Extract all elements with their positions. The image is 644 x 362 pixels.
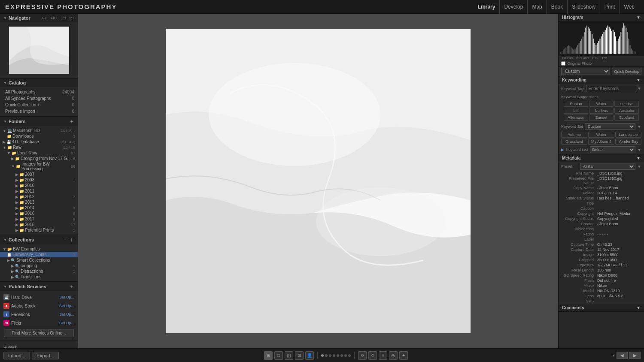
keyword-tag-sunset[interactable]: Sunset	[589, 115, 614, 121]
view-survey-button[interactable]: ⊡	[295, 351, 304, 360]
rotate-right-button[interactable]: ↻	[368, 351, 377, 360]
view-grid-button[interactable]: ⊞	[264, 351, 273, 360]
catalog-quick-collection[interactable]: Quick Collection + 0	[0, 102, 78, 108]
keyword-tags-input[interactable]	[586, 85, 636, 92]
meta-cropped-size: Cropped 3500 x 3500	[559, 257, 644, 262]
collection-cropping[interactable]: ▶ 🔍 cropping 0	[0, 263, 78, 268]
catalog-previous-import[interactable]: Previous Import 0	[0, 108, 78, 115]
collection-transitions[interactable]: ▶ 🔍 Transitions	[0, 274, 78, 280]
keyword-set-tag-landscape[interactable]: Landscape	[615, 132, 641, 138]
collection-smart-collections[interactable]: ▶ 🔍 Smart Collections	[0, 257, 78, 263]
import-button[interactable]: Import...	[3, 352, 30, 359]
add-publish-service-button[interactable]: +	[69, 284, 74, 290]
navigator-header[interactable]: ▼ Navigator FIT FILL 1:1 1:1	[0, 14, 78, 22]
histogram-header[interactable]: Histogram ▼	[559, 14, 644, 21]
keyword-set-tag-yonder[interactable]: Yonder Bay	[615, 139, 641, 145]
nav-item-book[interactable]: Book	[547, 0, 568, 14]
view-compare-button[interactable]: ◫	[285, 351, 293, 360]
export-button[interactable]: Export...	[32, 352, 59, 359]
folder-downloads[interactable]: 📁 Downloads 3	[0, 133, 78, 139]
folder-2012[interactable]: ▶ 📁 2012 2	[0, 194, 78, 199]
collections-content: ▼ 📂 BW Examples 📋 Luminosity_Contr... 3 …	[0, 244, 78, 281]
keyword-tag-australia[interactable]: Australia	[614, 108, 639, 114]
folder-2017[interactable]: ▶ 📁 2017 9	[0, 216, 78, 222]
keyword-tag-nolens[interactable]: No lens	[589, 108, 614, 114]
nav-item-print[interactable]: Print	[600, 0, 620, 14]
original-photo-checkbox[interactable]	[561, 61, 565, 66]
folder-local-raw[interactable]: ▼ 📁 Local Raw 87	[0, 150, 78, 156]
nav-item-web[interactable]: Web	[620, 0, 639, 14]
expand-keyword-list[interactable]: ▶	[561, 148, 564, 152]
keyword-set-dropdown-icon[interactable]: ▼	[637, 124, 641, 129]
publish-adobe-stock[interactable]: A Adobe Stock Set Up...	[0, 302, 78, 310]
crop-button[interactable]: ⌗	[379, 351, 387, 360]
keyword-set-tag-grassland[interactable]: Grassland	[561, 139, 587, 145]
keyword-tag-lift[interactable]: Lift	[564, 108, 588, 114]
folder-macintosh-hd[interactable]: ▼ 💻 Macintosh HD 24 / 19 ↓	[0, 128, 78, 133]
view-loupe-button[interactable]: □	[274, 351, 283, 360]
filmstrip-next-button[interactable]: ▶	[629, 352, 641, 359]
folder-images-bw[interactable]: ▼ 📁 Images for BW Processing 56	[0, 161, 78, 172]
folder-2011[interactable]: ▶ 📁 2011	[0, 188, 78, 194]
keyword-set-select[interactable]: Custom	[585, 123, 635, 130]
folder-2008[interactable]: ▶ 📁 2008 1	[0, 177, 78, 183]
keyword-list-select[interactable]: Default	[590, 146, 636, 153]
collection-distractions[interactable]: ▶ 🔍 Distractions 1	[0, 268, 78, 274]
keyword-set-tag-album4[interactable]: My Album 4	[588, 139, 614, 145]
publish-facebook[interactable]: f Facebook Set Up...	[0, 310, 78, 319]
zoom-1-1[interactable]: 1:1	[61, 16, 67, 20]
collections-header[interactable]: ▼ Collections − +	[0, 235, 78, 244]
nav-item-library[interactable]: Library	[474, 0, 500, 14]
remove-collection-button[interactable]: −	[63, 237, 67, 243]
zoom-fit[interactable]: FIT	[42, 16, 48, 20]
collection-bw-examples[interactable]: ▼ 📂 BW Examples	[0, 246, 78, 252]
zoom-custom[interactable]: 1:1	[69, 16, 74, 20]
metadata-preset-select[interactable]: Alistar	[580, 163, 635, 170]
add-folder-button[interactable]: +	[69, 118, 74, 124]
keyword-set-label: Keyword Set	[561, 124, 583, 129]
publish-hard-drive[interactable]: 💾 Hard Drive Set Up...	[0, 293, 78, 302]
keyword-tag-sunrise[interactable]: sunrise	[614, 101, 639, 107]
folder-raw[interactable]: ▼ 📁 Raw 22 / 19	[0, 145, 78, 150]
find-more-services-button[interactable]: Find More Services Online...	[4, 329, 74, 337]
folders-header[interactable]: ▼ Folders +	[0, 117, 78, 126]
metadata-header[interactable]: Metadata ▼	[559, 154, 644, 162]
keywording-header[interactable]: Keywording ▼	[559, 76, 644, 84]
add-collection-button[interactable]: +	[69, 237, 74, 243]
folder-2018[interactable]: ▶ 📁 2018 17	[0, 222, 78, 227]
folder-potential-prints[interactable]: ▶ 📁 Potential Prints 1	[0, 227, 78, 233]
brush-button[interactable]: ✦	[399, 351, 408, 360]
folder-2010[interactable]: ▶ 📁 2010	[0, 183, 78, 188]
keyword-tag-scotland[interactable]: Scotland	[614, 115, 639, 121]
view-people-button[interactable]: 👤	[305, 351, 314, 360]
catalog-synced-photos[interactable]: All Synced Photographs 0	[0, 95, 78, 102]
nav-item-map[interactable]: Map	[528, 0, 547, 14]
folder-2013[interactable]: ▶ 📁 2013	[0, 199, 78, 205]
filmstrip-prev-button[interactable]: ◀	[617, 352, 628, 359]
comments-header[interactable]: Comments ▼	[559, 304, 644, 311]
preset-select[interactable]: Custom	[561, 68, 610, 75]
nav-item-slideshow[interactable]: Slideshow	[568, 0, 600, 14]
quick-develop-button[interactable]: Quick Develop	[612, 68, 641, 75]
red-eye-button[interactable]: ◎	[389, 351, 398, 360]
publish-flickr[interactable]: ✿ Flickr Set Up...	[0, 319, 78, 327]
collection-luminosity[interactable]: 📋 Luminosity_Contr... 3	[0, 252, 78, 257]
rotate-left-button[interactable]: ↺	[358, 351, 367, 360]
catalog-header[interactable]: ▼ Catalog	[0, 78, 78, 87]
keyword-tag-afternoon[interactable]: Afternoon	[564, 115, 588, 121]
keyword-dropdown-icon[interactable]: ▼	[637, 86, 641, 91]
folder-2014[interactable]: ▶ 📁 2014 8	[0, 205, 78, 211]
folder-cropping[interactable]: ▶ 📁 Cropping from Nov 17 G... 6	[0, 156, 78, 161]
folder-4tb[interactable]: ▶ 💾 4Tb Database 0/0 14 ◁	[0, 139, 78, 145]
keyword-tag-water[interactable]: Water	[589, 101, 614, 107]
catalog-all-photos[interactable]: All Photographs 24094	[0, 89, 78, 95]
keyword-set-tag-autumn[interactable]: Autumn	[561, 132, 587, 138]
publish-services-header[interactable]: ▼ Publish Services +	[0, 282, 78, 291]
publish-area: Publish	[0, 341, 78, 348]
keyword-tag-suntan[interactable]: Suntan	[564, 101, 588, 107]
folder-2007[interactable]: ▶ 📁 2007	[0, 172, 78, 177]
nav-item-develop[interactable]: Develop	[500, 0, 528, 14]
keyword-set-tag-water[interactable]: Water	[588, 132, 614, 138]
folder-2016[interactable]: ▶ 📁 2016 9	[0, 211, 78, 216]
zoom-fill[interactable]: FILL	[51, 16, 58, 20]
